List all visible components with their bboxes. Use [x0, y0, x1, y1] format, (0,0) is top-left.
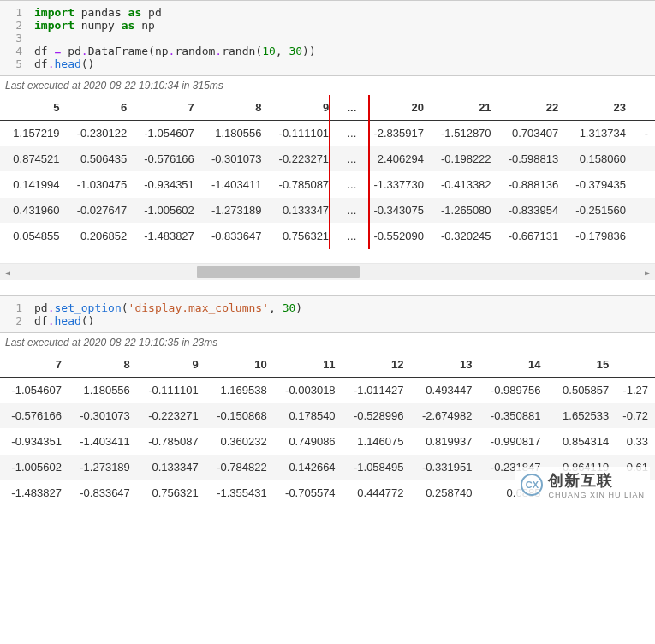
column-header: 15: [547, 352, 616, 378]
table-cell: -1.011427: [342, 378, 411, 403]
column-header: 14: [479, 352, 547, 378]
table-cell: [633, 146, 655, 172]
code-content[interactable]: df.head(): [34, 314, 655, 327]
table-cell: 1.652533: [547, 403, 616, 429]
column-header: 23: [565, 95, 633, 121]
table-cell: -1.005602: [134, 198, 201, 224]
table-cell: [633, 198, 655, 224]
table-cell: -0.251560: [565, 198, 633, 224]
table-cell: 0.158060: [565, 146, 633, 172]
table-cell: -0.111101: [268, 121, 336, 146]
table-cell: -2.835917: [363, 121, 431, 146]
table-row: -1.005602-1.2731890.133347-0.7848220.142…: [0, 455, 655, 480]
table-cell: -0.785087: [137, 429, 205, 455]
code-content[interactable]: import pandas as pd: [34, 6, 655, 19]
dataframe-output-2: 789101112131415-1.0546071.180556-0.11110…: [0, 352, 655, 506]
exec-info-1: Last executed at 2020-08-22 19:10:34 in …: [0, 76, 655, 95]
table-cell: -: [633, 121, 655, 146]
table-cell: -0.350881: [479, 403, 547, 429]
table-cell: -0.784822: [205, 455, 274, 480]
column-header: ...: [336, 95, 363, 121]
table-cell: -0.223271: [268, 146, 336, 172]
code-line[interactable]: 4df = pd.DataFrame(np.random.randn(10, 3…: [0, 45, 655, 57]
table-cell: [547, 480, 616, 506]
table-row: -1.483827-0.8336470.756321-1.355431-0.70…: [0, 480, 655, 506]
table-cell: -1.403411: [68, 429, 137, 455]
table-cell: ...: [336, 224, 363, 249]
table-cell: -1.265080: [431, 198, 498, 224]
table-cell: 0.61: [616, 455, 655, 480]
horizontal-scrollbar[interactable]: ◄ ►: [0, 263, 655, 280]
table-cell: -0.833647: [68, 480, 137, 506]
table-cell: 0.258740: [411, 480, 479, 506]
table-cell: ...: [336, 146, 363, 172]
code-cell-1[interactable]: 1import pandas as pd2import numpy as np3…: [0, 0, 655, 76]
table-cell: -0.331951: [411, 455, 479, 480]
table-cell: -0.785087: [268, 172, 336, 198]
line-number: 2: [0, 19, 34, 32]
table-cell: -1.483827: [0, 480, 68, 506]
table-row: -0.934351-1.403411-0.7850870.3602320.749…: [0, 429, 655, 455]
column-header: 8: [201, 95, 269, 121]
table-cell: -1.355431: [205, 480, 274, 506]
code-cell-2[interactable]: 1pd.set_option('display.max_columns', 30…: [0, 295, 655, 333]
scroll-left-arrow[interactable]: ◄: [0, 264, 15, 281]
code-content[interactable]: import numpy as np: [34, 19, 655, 32]
table-row: 0.431960-0.027647-1.005602-1.2731890.133…: [0, 198, 655, 224]
code-line[interactable]: 5df.head(): [0, 57, 655, 70]
table-cell: 1.169538: [205, 378, 274, 403]
dataframe-table-1[interactable]: 56789...202122231.157219-0.230122-1.0546…: [0, 95, 655, 249]
table-cell: -0.379435: [565, 172, 633, 198]
table-cell: 0.6885: [479, 480, 547, 506]
column-header: 13: [411, 352, 479, 378]
code-content[interactable]: df.head(): [34, 57, 655, 70]
code-line[interactable]: 3: [0, 32, 655, 45]
table-cell: -0.598813: [498, 146, 566, 172]
table-cell: -0.003018: [274, 378, 342, 403]
table-cell: 0.178540: [274, 403, 342, 429]
scroll-right-arrow[interactable]: ►: [640, 264, 655, 281]
code-content[interactable]: df = pd.DataFrame(np.random.randn(10, 30…: [34, 45, 655, 57]
table-cell: 1.180556: [201, 121, 269, 146]
table-cell: [616, 480, 655, 506]
table-cell: -0.934351: [0, 429, 68, 455]
scrollbar-thumb[interactable]: [197, 266, 360, 278]
table-cell: -1.054607: [0, 378, 68, 403]
code-line[interactable]: 2df.head(): [0, 314, 655, 327]
code-content[interactable]: pd.set_option('display.max_columns', 30): [34, 301, 655, 314]
table-cell: -1.273189: [68, 455, 137, 480]
table-cell: -0.301073: [201, 146, 269, 172]
column-header: 9: [137, 352, 205, 378]
column-header: 8: [68, 352, 137, 378]
table-cell: 2.406294: [363, 146, 431, 172]
dataframe-table-2[interactable]: 789101112131415-1.0546071.180556-0.11110…: [0, 352, 655, 506]
table-cell: -0.990817: [479, 429, 547, 455]
line-number: 3: [0, 32, 34, 45]
table-row: 0.141994-1.030475-0.934351-1.403411-0.78…: [0, 172, 655, 198]
line-number: 1: [0, 6, 34, 19]
column-header: 22: [498, 95, 566, 121]
table-cell: 0.703407: [498, 121, 566, 146]
column-header: 11: [274, 352, 342, 378]
table-cell: ...: [336, 172, 363, 198]
column-header: 10: [205, 352, 274, 378]
table-cell: 0.133347: [268, 198, 336, 224]
table-cell: -0.223271: [137, 403, 205, 429]
dataframe-output-1: 56789...202122231.157219-0.230122-1.0546…: [0, 95, 655, 249]
table-cell: 0.749086: [274, 429, 342, 455]
table-cell: -1.058495: [342, 455, 411, 480]
table-cell: -1.005602: [0, 455, 68, 480]
table-cell: ...: [336, 121, 363, 146]
table-cell: -0.833954: [498, 198, 566, 224]
table-cell: 0.874521: [0, 146, 67, 172]
code-line[interactable]: 1import pandas as pd: [0, 6, 655, 19]
table-cell: -0.528996: [342, 403, 411, 429]
table-cell: -1.483827: [134, 224, 201, 249]
table-cell: -1.054607: [134, 121, 201, 146]
code-line[interactable]: 2import numpy as np: [0, 19, 655, 32]
column-header: 9: [268, 95, 336, 121]
column-header: 21: [431, 95, 498, 121]
code-line[interactable]: 1pd.set_option('display.max_columns', 30…: [0, 301, 655, 314]
table-cell: 1.313734: [565, 121, 633, 146]
line-number: 4: [0, 45, 34, 57]
